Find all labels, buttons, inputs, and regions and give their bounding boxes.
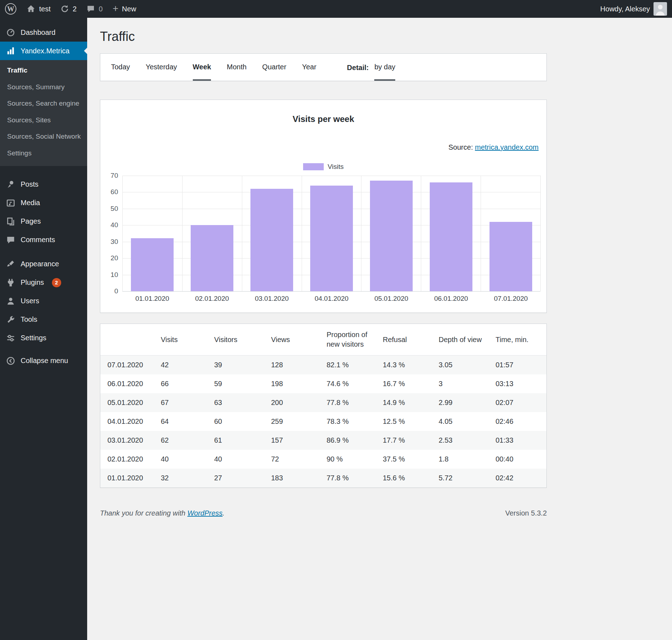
legend-label: Visits bbox=[328, 163, 344, 171]
admin-footer: Thank you for creating with WordPress. V… bbox=[100, 509, 547, 517]
submenu-item-traffic[interactable]: Traffic bbox=[0, 62, 87, 79]
row-value-cell: 02:46 bbox=[491, 412, 546, 431]
user-icon bbox=[5, 297, 16, 306]
table-row: 05.01.2020676320077.8 %14.9 %2.9902:07 bbox=[100, 393, 546, 412]
row-value-cell: 82.1 % bbox=[322, 356, 379, 375]
yandex-metrica-submenu: Traffic Sources, Summary Sources, Search… bbox=[0, 60, 87, 166]
visits-bar bbox=[310, 186, 353, 291]
x-tick-label: 05.01.2020 bbox=[361, 295, 421, 303]
row-value-cell: 63 bbox=[210, 393, 267, 412]
dashboard-icon bbox=[5, 28, 16, 37]
row-value-cell: 259 bbox=[267, 412, 322, 431]
sidebar-item-pages[interactable]: Pages bbox=[0, 212, 87, 231]
y-tick-label: 20 bbox=[111, 254, 118, 262]
collapse-menu-button[interactable]: Collapse menu bbox=[0, 352, 87, 370]
account-menu[interactable]: Howdy, Aleksey bbox=[595, 0, 672, 18]
tab-month[interactable]: Month bbox=[227, 54, 247, 81]
comment-icon bbox=[86, 5, 95, 13]
row-value-cell: 78.3 % bbox=[322, 412, 379, 431]
column-header bbox=[100, 324, 157, 356]
submenu-item-settings[interactable]: Settings bbox=[0, 145, 87, 162]
bar-chart: 010203040506070 bbox=[106, 176, 541, 291]
row-value-cell: 02:42 bbox=[491, 469, 546, 487]
comments-icon bbox=[5, 235, 16, 245]
tab-yesterday[interactable]: Yesterday bbox=[145, 54, 177, 81]
wordpress-logo-icon: W bbox=[5, 3, 16, 15]
tab-today[interactable]: Today bbox=[111, 54, 130, 81]
row-value-cell: 66 bbox=[157, 374, 210, 393]
sidebar-item-plugins[interactable]: Plugins 2 bbox=[0, 273, 87, 292]
chart-title: Visits per week bbox=[106, 114, 541, 124]
row-value-cell: 67 bbox=[157, 393, 210, 412]
sidebar-item-yandex-metrica[interactable]: Yandex.Metrica bbox=[0, 42, 87, 60]
table-header-row: VisitsVisitorsViewsProportion of new vis… bbox=[100, 324, 546, 356]
tab-year[interactable]: Year bbox=[302, 54, 316, 81]
comment-count: 0 bbox=[99, 5, 102, 13]
detail-by-day[interactable]: by day bbox=[374, 54, 395, 81]
row-value-cell: 74.6 % bbox=[322, 374, 379, 393]
row-value-cell: 3.05 bbox=[434, 356, 491, 375]
column-header: Time, min. bbox=[491, 324, 546, 356]
visits-chart-panel: Visits per week Source: metrica.yandex.c… bbox=[100, 100, 547, 313]
gridline bbox=[122, 291, 540, 292]
new-content-menu[interactable]: + New bbox=[108, 0, 141, 18]
x-axis-labels: 01.01.202002.01.202003.01.202004.01.2020… bbox=[122, 291, 541, 303]
submenu-item-sources-search-engine[interactable]: Sources, Search engine bbox=[0, 95, 87, 112]
y-tick-label: 70 bbox=[111, 172, 118, 180]
submenu-item-sources-sites[interactable]: Sources, Sites bbox=[0, 112, 87, 129]
comments-indicator[interactable]: 0 bbox=[81, 0, 107, 18]
new-label: New bbox=[122, 5, 136, 13]
visits-bar bbox=[370, 181, 413, 291]
row-value-cell: 27 bbox=[210, 469, 267, 487]
sidebar-item-tools[interactable]: Tools bbox=[0, 310, 87, 329]
submenu-item-sources-social-network[interactable]: Sources, Social Network bbox=[0, 128, 87, 145]
row-value-cell: 12.5 % bbox=[379, 412, 434, 431]
traffic-table: VisitsVisitorsViewsProportion of new vis… bbox=[100, 324, 546, 487]
row-value-cell: 198 bbox=[267, 374, 322, 393]
row-value-cell: 14.3 % bbox=[379, 356, 434, 375]
row-value-cell: 60 bbox=[210, 412, 267, 431]
tab-week[interactable]: Week bbox=[193, 54, 211, 81]
sidebar-item-settings[interactable]: Settings bbox=[0, 329, 87, 347]
row-date-cell: 01.01.2020 bbox=[100, 469, 157, 487]
bar-slot bbox=[122, 176, 182, 291]
paintbrush-icon bbox=[5, 260, 16, 269]
row-value-cell: 03:13 bbox=[491, 374, 546, 393]
row-value-cell: 64 bbox=[157, 412, 210, 431]
main-content: Traffic Today Yesterday Week Month Quart… bbox=[87, 18, 672, 640]
sidebar-item-posts[interactable]: Posts bbox=[0, 175, 87, 194]
row-value-cell: 200 bbox=[267, 393, 322, 412]
avatar bbox=[654, 2, 667, 16]
x-tick-label: 06.01.2020 bbox=[421, 295, 481, 303]
x-tick-label: 04.01.2020 bbox=[302, 295, 361, 303]
row-value-cell: 14.9 % bbox=[379, 393, 434, 412]
table-row: 01.01.2020322718377.8 %15.6 %5.7202:42 bbox=[100, 469, 546, 487]
bar-slot bbox=[481, 176, 540, 291]
sidebar-item-users[interactable]: Users bbox=[0, 292, 87, 310]
admin-bar: W test 2 0 + New Howdy, Aleksey bbox=[0, 0, 672, 18]
submenu-item-sources-summary[interactable]: Sources, Summary bbox=[0, 79, 87, 96]
source-label: Source: bbox=[449, 143, 473, 151]
sidebar-item-appearance[interactable]: Appearance bbox=[0, 255, 87, 273]
sidebar-item-dashboard[interactable]: Dashboard bbox=[0, 23, 87, 42]
footer-thanks: Thank you for creating with WordPress. bbox=[100, 509, 224, 517]
row-value-cell: 1.8 bbox=[434, 450, 491, 469]
row-value-cell: 32 bbox=[157, 469, 210, 487]
plot-area bbox=[122, 176, 541, 291]
sidebar-item-label: Tools bbox=[21, 315, 37, 324]
wp-logo-menu[interactable]: W bbox=[0, 0, 21, 18]
row-value-cell: 183 bbox=[267, 469, 322, 487]
tab-quarter[interactable]: Quarter bbox=[262, 54, 286, 81]
sidebar-item-label: Pages bbox=[21, 217, 41, 225]
row-value-cell: 40 bbox=[210, 450, 267, 469]
updates-indicator[interactable]: 2 bbox=[55, 0, 81, 18]
site-menu[interactable]: test bbox=[21, 0, 55, 18]
sidebar-item-comments[interactable]: Comments bbox=[0, 231, 87, 249]
plus-icon: + bbox=[113, 4, 118, 14]
column-header: Visitors bbox=[210, 324, 267, 356]
wordpress-link[interactable]: WordPress bbox=[187, 509, 223, 517]
sidebar-item-media[interactable]: Media bbox=[0, 194, 87, 212]
y-tick-label: 60 bbox=[111, 188, 118, 196]
source-link[interactable]: metrica.yandex.com bbox=[475, 143, 539, 151]
column-header: Refusal bbox=[379, 324, 434, 356]
